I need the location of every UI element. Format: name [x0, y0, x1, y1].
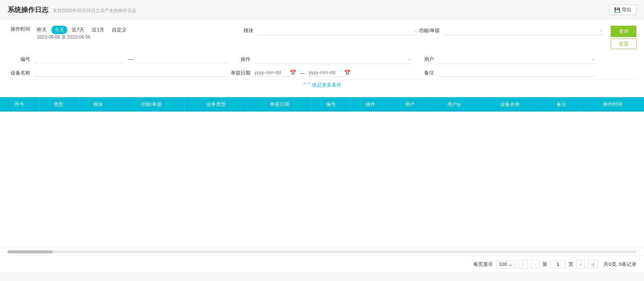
table-col-模块: 模块	[79, 97, 118, 112]
page-subtitle: 支持2020年10月31日之后产生的操作日志	[53, 8, 136, 14]
table-section: 序号类型模块功能/单据业务类型单据日期编号操作用户用户ip设备名称备注操作时间	[0, 97, 644, 112]
time-btn-yesterday[interactable]: 昨天	[34, 26, 50, 34]
data-table: 序号类型模块功能/单据业务类型单据日期编号操作用户用户ip设备名称备注操作时间	[0, 97, 644, 112]
number-to-input[interactable]	[139, 56, 228, 63]
calendar-start-icon[interactable]: 📅	[290, 70, 296, 76]
user-label: 用户	[411, 56, 438, 63]
collapse-bar[interactable]: ⌃⌃ 收起更多条件	[8, 79, 636, 91]
header-left: 系统操作日志 支持2020年10月31日之后产生的操作日志	[8, 5, 136, 14]
scroll-bar-area[interactable]	[0, 248, 644, 256]
table-col-功能/单据: 功能/单据	[118, 97, 184, 112]
page-first-button[interactable]: |‹	[518, 260, 528, 269]
table-col-编号: 编号	[311, 97, 351, 112]
time-btn-custom[interactable]: 自定义	[109, 26, 130, 34]
empty-area	[0, 112, 644, 248]
per-page-value: 100	[499, 261, 507, 267]
user-value	[438, 54, 591, 63]
module-label: 模块	[231, 27, 257, 34]
number-from-wrap	[34, 56, 123, 63]
time-btn-7days[interactable]: 近7天	[69, 26, 87, 34]
page-next-button[interactable]: ›	[576, 260, 585, 269]
device-input-wrap	[34, 69, 228, 77]
number-label: 编号	[8, 56, 34, 63]
pagination-bar: 每页显示 100 ⌄ |‹ ‹ 第 页 › ›| 共0页, 0条记录	[0, 256, 644, 272]
number-to-wrap	[139, 56, 228, 63]
page-prev-button[interactable]: ‹	[531, 260, 539, 269]
date-start-wrap: 📅	[254, 70, 296, 77]
time-btn-today[interactable]: 今天	[51, 26, 67, 34]
operation-value	[254, 54, 408, 63]
scroll-thumb[interactable]	[8, 250, 53, 253]
page-header: 系统操作日志 支持2020年10月31日之后产生的操作日志 💾 导出	[0, 0, 644, 20]
time-label: 操作时间	[8, 26, 34, 33]
number-from-input[interactable]	[34, 56, 123, 63]
time-btn-1month[interactable]: 近1月	[89, 26, 107, 34]
device-label: 设备名称	[8, 70, 34, 76]
table-col-操作时间: 操作时间	[581, 97, 644, 112]
filter-panel: 操作时间 昨天 今天 近7天 近1月 自定义 2023-06-06 至 2023…	[0, 20, 644, 97]
collapse-label: 收起更多条件	[312, 82, 341, 88]
table-col-操作: 操作	[351, 97, 390, 112]
date-end-input[interactable]	[309, 70, 343, 75]
action-buttons: 查询 设置	[611, 26, 636, 49]
operation-label: 操作	[228, 56, 254, 63]
operation-chevron-icon: ⌄	[408, 56, 411, 61]
time-buttons: 昨天 今天 近7天 近1月 自定义	[34, 26, 130, 34]
function-label: 功能/单据	[417, 27, 443, 34]
function-select[interactable]: ⌄	[443, 26, 603, 35]
export-icon: 💾	[614, 7, 620, 13]
device-input[interactable]	[34, 69, 228, 76]
operation-select[interactable]: ⌄	[254, 54, 411, 64]
module-chevron-icon: ⌄	[413, 27, 417, 33]
per-page-select[interactable]: 100 ⌄	[496, 260, 515, 268]
table-col-单据日期: 单据日期	[248, 97, 311, 112]
query-button[interactable]: 查询	[611, 26, 636, 37]
page-input[interactable]	[550, 260, 565, 268]
voucher-date-label: 单据日期	[228, 70, 254, 76]
calendar-end-icon[interactable]: 📅	[344, 70, 351, 76]
module-select[interactable]: ⌄	[257, 26, 417, 35]
date-range-display: 2023-06-06 至 2023-06-06	[37, 34, 130, 40]
table-col-用户: 用户	[390, 97, 429, 112]
table-col-序号: 序号	[0, 97, 39, 112]
table-col-业务类型: 业务类型	[185, 97, 248, 112]
remark-input-wrap	[438, 69, 595, 77]
page-label: 第	[542, 261, 547, 268]
page-last-button[interactable]: ›|	[588, 260, 598, 269]
number-dash: —	[128, 56, 133, 62]
user-select[interactable]: ⌄	[438, 54, 595, 64]
date-end-wrap: 📅	[309, 70, 351, 77]
table-col-设备名称: 设备名称	[478, 97, 542, 112]
table-col-类型: 类型	[39, 97, 78, 112]
per-page-chevron-icon: ⌄	[508, 261, 513, 267]
remark-label: 备注	[411, 70, 438, 76]
table-col-用户ip: 用户ip	[429, 97, 478, 112]
date-start-input[interactable]	[254, 70, 288, 75]
total-label: 共0页, 0条记录	[604, 261, 636, 268]
user-chevron-icon: ⌄	[591, 56, 595, 61]
date-middle-dash: —	[300, 70, 305, 76]
scroll-track	[8, 250, 636, 253]
function-chevron-icon: ⌄	[599, 27, 603, 33]
remark-input[interactable]	[438, 69, 595, 76]
table-col-备注: 备注	[542, 97, 581, 112]
page-title: 系统操作日志	[8, 5, 48, 14]
module-value	[257, 26, 413, 34]
export-button[interactable]: 💾 导出	[609, 5, 636, 15]
table-header-row: 序号类型模块功能/单据业务类型单据日期编号操作用户用户ip设备名称备注操作时间	[0, 97, 644, 112]
collapse-up-icon: ⌃⌃	[303, 82, 312, 88]
per-page-label: 每页显示	[473, 261, 493, 268]
function-value	[443, 26, 599, 34]
table-header: 序号类型模块功能/单据业务类型单据日期编号操作用户用户ip设备名称备注操作时间	[0, 97, 644, 112]
page-unit: 页	[568, 261, 573, 268]
settings-button[interactable]: 设置	[611, 39, 636, 49]
